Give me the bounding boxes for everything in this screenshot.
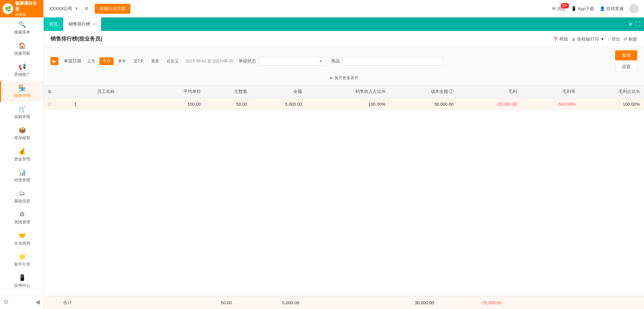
refresh-button[interactable]: ↺ 刷新 — [624, 36, 637, 42]
sidebar-label-finance: 资金管理 — [14, 156, 30, 162]
trial-button[interactable]: 体验行业方案 — [95, 4, 130, 14]
date-btn-更多[interactable]: 更多 — [148, 57, 162, 65]
status-filter-item: 单据状态 ▼ — [239, 57, 326, 65]
col-name: 员工名称 — [93, 85, 149, 98]
cell-qty: 50.00 — [205, 98, 251, 110]
message-item[interactable]: ✉ 消息 99+ — [552, 6, 566, 12]
date-btn-上月[interactable]: 上月 — [84, 57, 98, 65]
sidebar-label-app-center: 应用中心 — [14, 283, 30, 289]
sidebar-item-marketing[interactable]: 📢营销推广 — [0, 60, 43, 81]
sidebar-item-app-center[interactable]: 📱应用中心 — [0, 271, 43, 292]
settings-button[interactable]: 设置 — [615, 62, 637, 72]
date-btn-近7天[interactable]: 近7天 — [130, 57, 147, 65]
footer-cost: 30,000.00 — [370, 300, 438, 305]
cell-name — [93, 98, 149, 110]
page-title: 销售排行榜(按业务员) — [50, 36, 102, 43]
header-right: ✉ 消息 99+ 📱 App下载 👤 在线客服 — [552, 4, 639, 13]
gear-button[interactable]: ⚙ — [82, 4, 91, 13]
tab-bar: 首页销售排行榜✕ ✕ ⛶ — [44, 17, 644, 31]
help-button[interactable]: ❓ 帮助 — [553, 36, 568, 42]
app-download-item[interactable]: 📱 App下载 — [571, 6, 594, 12]
table-body: ☰1100.0050.005,000.00100.00%30,000.00-25… — [44, 98, 644, 110]
query-button[interactable]: 查询 — [615, 50, 637, 60]
app-download-label: App下载 — [578, 6, 594, 12]
sidebar-item-newbie[interactable]: 🌟新手引导 — [0, 250, 43, 271]
date-label: 单据日期 — [64, 58, 81, 64]
filter-row: ▶ 单据日期 上月本月本年近7天更多自定义 2023-06-01 至 2023-… — [50, 50, 637, 72]
row-settings: ☰ — [44, 98, 70, 110]
col-cost: 成本全额 ⓘ — [390, 85, 458, 98]
sidebar-label-quick-nav: 快捷导航 — [14, 51, 30, 56]
sidebar-item-quick-nav[interactable]: 🏠快捷导航 — [0, 39, 43, 60]
date-btn-本年[interactable]: 本年 — [115, 57, 129, 65]
filter-toggle-arrow[interactable]: ▶ — [50, 57, 58, 65]
footer-amount: 5,000.00 — [235, 300, 303, 305]
sidebar-item-operations[interactable]: 📊经营管理 — [0, 165, 43, 187]
tab-close-sales-ranking[interactable]: ✕ — [92, 22, 96, 27]
company-selector[interactable]: XXXXX公司 ▼ — [49, 6, 79, 12]
online-service-label: 在线客服 — [606, 6, 624, 12]
tab-home[interactable]: 首页 — [44, 17, 63, 31]
export-button[interactable]: ↑ 导出 — [608, 36, 620, 42]
app-download-icon: 📱 — [571, 6, 576, 11]
logo-line2: 标准版 — [15, 12, 41, 17]
collapse-icon[interactable]: ◀ — [35, 298, 40, 306]
status-label: 单据状态 — [239, 58, 256, 64]
expand-label: 展开更多条件 — [334, 75, 358, 81]
logo-text: 畅康通好生意 标准版 — [15, 1, 41, 17]
sidebar-logo: 🌿 畅康通好生意 标准版 — [0, 0, 43, 17]
sidebar-item-basic-info[interactable]: 🗂基础信息 — [0, 187, 43, 207]
sidebar-label-enterprise: 企业协同 — [14, 241, 30, 246]
goods-value — [346, 59, 347, 64]
cell-profit_pct: 100.00% — [579, 98, 644, 110]
sidebar-icon-basic-info: 🗂 — [19, 190, 25, 197]
sidebar-item-enterprise[interactable]: 🤝企业协同 — [0, 228, 43, 250]
avatar[interactable] — [629, 4, 639, 13]
status-select[interactable]: ▼ — [259, 57, 326, 65]
maximize-icon[interactable]: ⛶ — [635, 21, 641, 27]
cell-profit: -25,000.00 — [458, 98, 521, 110]
tab-sales-ranking[interactable]: 销售排行榜✕ — [63, 17, 101, 31]
sidebar-icon-enterprise: 🤝 — [18, 232, 26, 239]
sidebar-item-system[interactable]: ⚙系统管理 — [0, 207, 43, 228]
sidebar-label-newbie: 新手引导 — [14, 262, 30, 267]
message-badge: 99+ — [561, 3, 569, 8]
sidebar-item-search[interactable]: 🔍搜索菜单 — [0, 17, 43, 39]
template-print-button[interactable]: 🖨 按模板打印 ▼ — [571, 36, 605, 42]
expand-row: ▼ 展开更多条件 — [50, 75, 637, 81]
close-tab-icon[interactable]: ✕ — [628, 21, 633, 28]
expand-button[interactable]: ▼ 展开更多条件 — [329, 75, 359, 81]
sidebar: 🌿 畅康通好生意 标准版 🔍搜索菜单🏠快捷导航📢营销推广🏪销售管理🛒采购管理📦库… — [0, 0, 44, 309]
cell-sales_pct: 100.00% — [306, 98, 390, 110]
table-header-row: ⚙员工名称平均单价主数量全额销售收入占比%成本全额 ⓘ毛利毛利率毛利占比% — [44, 85, 644, 98]
sidebar-item-finance[interactable]: 💰资金管理 — [0, 144, 43, 165]
sidebar-icon-system: ⚙ — [19, 211, 25, 218]
sidebar-label-purchase: 采购管理 — [14, 114, 30, 120]
col-amount: 全额 — [251, 85, 306, 98]
help-label: 帮助 — [559, 36, 568, 42]
logo-line1: 畅康通好生意 — [15, 1, 41, 12]
sidebar-item-inventory[interactable]: 📦库存核算 — [0, 123, 43, 144]
date-group: 上月本月本年近7天更多自定义 — [84, 57, 182, 65]
goods-arrow: ... — [437, 59, 440, 64]
date-btn-本月[interactable]: 本月 — [99, 57, 114, 65]
filter-buttons: 查询 设置 — [615, 50, 637, 72]
col-rank — [70, 85, 93, 98]
sidebar-label-basic-info: 基础信息 — [14, 198, 30, 204]
sidebar-item-wechat[interactable]: 💬企业微信 — [0, 292, 43, 295]
refresh-label: 刷新 — [629, 36, 637, 42]
filter-bar: ▶ 单据日期 上月本月本年近7天更多自定义 2023-06-01 至 2023-… — [44, 46, 644, 85]
settings-icon[interactable]: ⚙ — [3, 298, 9, 306]
data-table: ⚙员工名称平均单价主数量全额销售收入占比%成本全额 ⓘ毛利毛利率毛利占比% ☰1… — [44, 85, 644, 110]
goods-select[interactable]: ... — [343, 57, 443, 65]
sidebar-item-sales[interactable]: 🏪销售管理 — [0, 81, 43, 102]
online-service-item[interactable]: 👤 在线客服 — [600, 6, 624, 12]
col-settings[interactable]: ⚙ — [44, 85, 70, 98]
sidebar-menu: 🔍搜索菜单🏠快捷导航📢营销推广🏪销售管理🛒采购管理📦库存核算💰资金管理📊经营管理… — [0, 17, 43, 295]
cell-cost: 30,000.00 — [390, 98, 458, 110]
table-container: ⚙员工名称平均单价主数量全额销售收入占比%成本全额 ⓘ毛利毛利率毛利占比% ☰1… — [44, 85, 644, 296]
sidebar-item-purchase[interactable]: 🛒采购管理 — [0, 102, 43, 123]
date-btn-自定义[interactable]: 自定义 — [164, 57, 182, 65]
table-settings-icon[interactable]: ⚙ — [48, 89, 52, 94]
footer-label: 合计 — [63, 300, 103, 306]
